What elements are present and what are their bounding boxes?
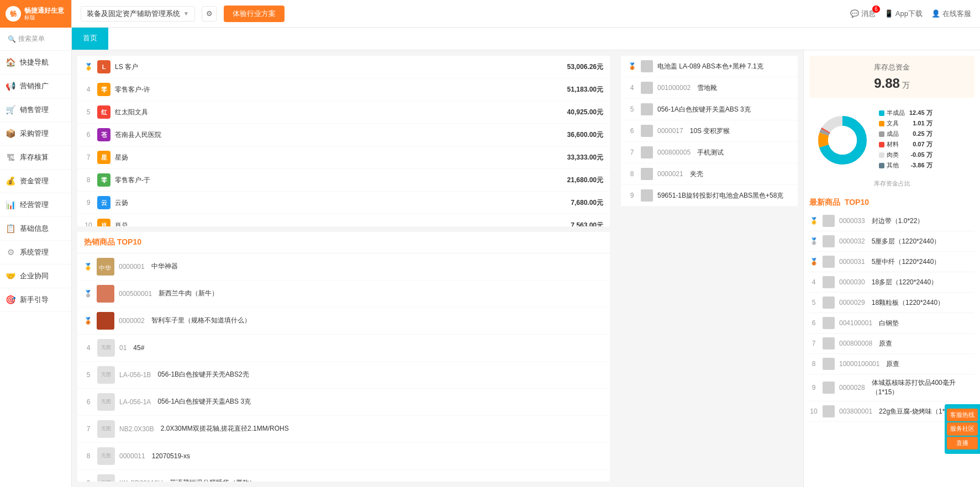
product-image (823, 235, 835, 247)
online-service-button[interactable]: 👤 在线客服 (931, 9, 971, 19)
list-item: 🥇 0000033 封边带（1.0*22） (809, 211, 974, 231)
product-image: 无图 (97, 339, 115, 357)
product-image (823, 405, 835, 417)
rank-medal-1: 🥇 (84, 263, 92, 271)
table-row: 8 零 零售客户-于 21,680.00元 (77, 169, 610, 192)
trial-button[interactable]: 体验行业方案 (224, 6, 284, 22)
main-area: 装备及固定资产辅助管理系统 ▼ ⚙ 体验行业方案 💬 消息 6 📱 App下载 … (72, 0, 980, 487)
table-row: 9 59651-1B旋转投影灯电池盒ABS黑色+58克 (621, 185, 798, 207)
table-row: 🥉 电池盖 LA-089 ABS本色+黑种 7.1克 (621, 56, 798, 77)
legend-dot (879, 131, 884, 137)
service-icon: 👤 (931, 9, 940, 18)
logo-text: 畅捷通好生意 标版 (24, 7, 64, 21)
list-item: 🥇 中华 0000001 中华神器 (77, 253, 610, 280)
table-row: 5 056-1A白色按键开关盖ABS 3克 (621, 99, 798, 120)
enterprise-icon: 🤝 (6, 271, 15, 281)
list-item: 7 000800008 原查 (809, 334, 974, 354)
inventory-card: 库存总资金 9.88 万 (809, 56, 974, 98)
sidebar-item-guide[interactable]: 🎯 新手引导 (0, 288, 71, 312)
hot-products-title: 热销商品 TOP10 (77, 232, 610, 253)
product-image: 无图 (97, 474, 115, 481)
table-row: 🥇 L LS 客户 53,006.26元 (77, 56, 610, 78)
marketing-icon: 📢 (6, 81, 15, 91)
list-item: 6 004100001 白钢垫 (809, 313, 974, 334)
product-image (641, 189, 653, 202)
settings-gear-button[interactable]: ⚙ (202, 6, 217, 22)
sidebar-item-purchase[interactable]: 📦 采购管理 (0, 122, 71, 146)
purchase-icon: 📦 (6, 129, 15, 139)
sidebar-item-sales[interactable]: 🛒 销售管理 (0, 98, 71, 122)
service-community-button[interactable]: 服务社区 (947, 422, 978, 435)
avatar: 零 (97, 173, 110, 187)
product-image (823, 215, 835, 227)
mobile-icon: 📱 (884, 9, 893, 18)
sidebar-item-basic[interactable]: 📋 基础信息 (0, 217, 71, 241)
latest-products-title: 最新商品 TOP10 (809, 193, 974, 211)
logo-icon: 畅 (6, 6, 21, 22)
product-image: 中华 (97, 258, 114, 276)
sidebar-item-inventory[interactable]: 🏗 库存核算 (0, 146, 71, 170)
avatar: 星 (97, 151, 110, 164)
avatar: L (97, 60, 110, 73)
legend-dot (879, 152, 884, 158)
basic-icon: 📋 (6, 224, 15, 234)
search-input[interactable]: 🔍 搜索菜单 (6, 32, 66, 46)
sidebar-item-marketing[interactable]: 📢 营销推广 (0, 75, 71, 98)
avatar: 云 (97, 196, 110, 209)
sidebar-search-container[interactable]: 🔍 搜索菜单 (0, 28, 71, 51)
live-stream-button[interactable]: 直播 (947, 437, 978, 449)
legend-item-meat: 肉类 -0.05 万 (879, 151, 932, 159)
donut-svg (815, 113, 870, 168)
list-item: 🥉 0000002 智利车子里（规格不知道填什么） (77, 308, 610, 335)
tab-home[interactable]: 首页 (72, 28, 108, 50)
product-ranking-mid: 🥉 电池盖 LA-089 ABS本色+黑种 7.1克 4 001000002 雪… (621, 56, 798, 207)
legend-item-semi: 半成品 12.45 万 (879, 109, 932, 117)
support-floating-button[interactable]: 客服热线 服务社区 直播 (945, 404, 980, 454)
avatar: 肖 (97, 219, 110, 226)
product-image (823, 337, 835, 350)
table-row: 4 零 零售客户-许 51,183.00元 (77, 78, 610, 101)
system-selector[interactable]: 装备及固定资产辅助管理系统 ▼ (81, 6, 195, 22)
home-icon: 🏠 (6, 57, 15, 67)
table-row: 7 星 星扬 33,333.00元 (77, 146, 610, 169)
list-item: 9 无图 KK-SD22110H 花语萌恒温分腿睡袋（厚款） (77, 470, 610, 481)
sidebar-item-finance[interactable]: 💰 资金管理 (0, 170, 71, 193)
content-tabs: 首页 (72, 28, 980, 50)
product-image (823, 317, 835, 329)
sidebar-item-quick-nav[interactable]: 🏠 快捷导航 (0, 51, 71, 75)
table-row: 5 红 红太阳文具 40,925.00元 (77, 101, 610, 124)
list-item: 🥉 0000031 5厘中纤（1220*2440） (809, 252, 974, 272)
sidebar-item-system[interactable]: ⚙ 系统管理 (0, 241, 71, 264)
list-item: 🥈 000500001 新西兰牛肉（新牛） (77, 280, 610, 308)
list-item: 6 无图 LA-056-1A 056-1A白色按键开关盖ABS 3克 (77, 389, 610, 416)
legend-dot (879, 121, 884, 126)
legend-item-material: 材料 0.07 万 (879, 140, 932, 149)
table-row: 6 0000017 10S 变积罗猴 (621, 120, 798, 142)
list-item: 5 无图 LA-056-1B 056-1B白色按键开关壳ABS2壳 (77, 362, 610, 389)
product-image (97, 285, 114, 303)
list-item: 🥈 0000032 5厘多层（1220*2440） (809, 231, 974, 252)
sidebar: 畅 畅捷通好生意 标版 🔍 搜索菜单 🏠 快捷导航 📢 营销推广 🛒 销售管理 … (0, 0, 72, 487)
product-image: 无图 (97, 366, 115, 384)
product-image (641, 146, 653, 158)
product-image (641, 60, 653, 72)
rank-medal-2: 🥈 (84, 290, 92, 298)
product-image (97, 312, 114, 330)
table-row: 6 苍 苍南县人民医院 36,600.00元 (77, 124, 610, 146)
list-item: 8 无图 0000011 12070519-xs (77, 443, 610, 470)
svg-point-9 (828, 126, 857, 155)
legend-dot (879, 110, 884, 116)
inventory-legend: 半成品 12.45 万 文具 1.01 万 成品 0.25 万 (879, 109, 932, 172)
app-download-button[interactable]: 📱 App下载 (884, 9, 923, 19)
topbar: 装备及固定资产辅助管理系统 ▼ ⚙ 体验行业方案 💬 消息 6 📱 App下载 … (72, 0, 980, 28)
list-item: 8 10000100001 原查 (809, 354, 974, 374)
message-button[interactable]: 💬 消息 6 (850, 9, 876, 19)
sidebar-item-operations[interactable]: 📊 经营管理 (0, 193, 71, 217)
guide-icon: 🎯 (6, 295, 15, 305)
inventory-donut-chart: 半成品 12.45 万 文具 1.01 万 成品 0.25 万 (809, 103, 974, 188)
message-icon: 💬 (850, 9, 859, 18)
customer-service-button[interactable]: 客服热线 (947, 409, 978, 421)
table-row: 4 001000002 雪地靴 (621, 77, 798, 99)
sidebar-item-enterprise[interactable]: 🤝 企业协同 (0, 264, 71, 288)
sidebar-logo: 畅 畅捷通好生意 标版 (0, 0, 71, 28)
